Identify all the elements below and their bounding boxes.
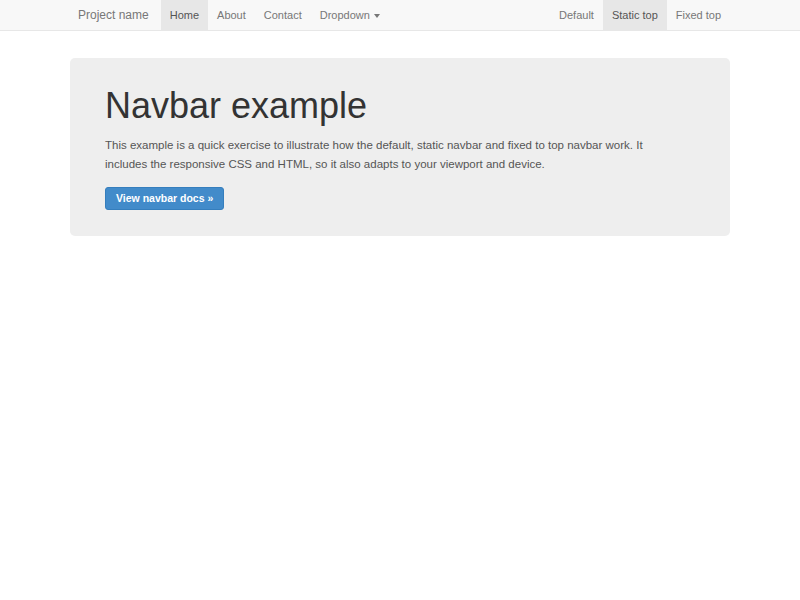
description-line-1: This example is a quick exercise to illu…: [105, 136, 695, 155]
nav-link-default[interactable]: Default: [550, 0, 603, 30]
page-title: Navbar example: [105, 86, 695, 126]
top-navbar: Project name Home About Contact Dropdown…: [0, 0, 800, 31]
main-nav: Home About Contact Dropdown: [161, 0, 389, 30]
dropdown-label: Dropdown: [320, 9, 370, 21]
brand-link[interactable]: Project name: [70, 0, 157, 30]
description-line-2: includes the responsive CSS and HTML, so…: [105, 155, 695, 174]
nav-item-fixed-top: Fixed top: [667, 0, 730, 30]
jumbotron: Navbar example This example is a quick e…: [70, 58, 730, 236]
nav-link-static-top[interactable]: Static top: [603, 0, 667, 30]
nav-item-static-top: Static top: [603, 0, 667, 30]
nav-item-dropdown: Dropdown: [311, 0, 389, 30]
nav-link-contact[interactable]: Contact: [255, 0, 311, 30]
nav-link-about[interactable]: About: [208, 0, 255, 30]
nav-link-home[interactable]: Home: [161, 0, 208, 30]
caret-down-icon: [374, 14, 380, 18]
nav-item-default: Default: [550, 0, 603, 30]
nav-link-dropdown[interactable]: Dropdown: [311, 0, 389, 30]
page-description: This example is a quick exercise to illu…: [105, 136, 695, 174]
nav-link-fixed-top[interactable]: Fixed top: [667, 0, 730, 30]
page-container: Navbar example This example is a quick e…: [70, 58, 730, 236]
navbar-container: Project name Home About Contact Dropdown…: [70, 0, 730, 30]
variant-nav: Default Static top Fixed top: [550, 0, 730, 30]
nav-item-about: About: [208, 0, 255, 30]
view-navbar-docs-button[interactable]: View navbar docs »: [105, 187, 224, 211]
nav-item-home: Home: [161, 0, 208, 30]
nav-item-contact: Contact: [255, 0, 311, 30]
